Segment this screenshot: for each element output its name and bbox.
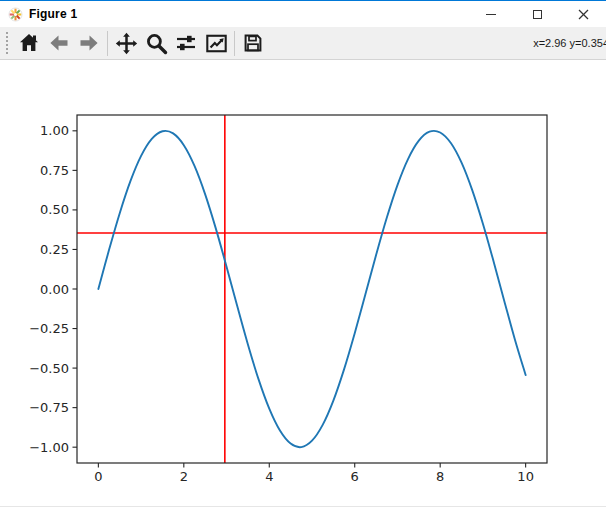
y-tick-label: 0.50	[40, 202, 69, 217]
back-button[interactable]	[44, 29, 74, 57]
save-button[interactable]	[238, 29, 268, 57]
arrow-left-icon	[48, 32, 70, 54]
maximize-button[interactable]	[514, 1, 560, 27]
x-tick-label: 8	[436, 469, 444, 484]
axes-spines	[77, 115, 547, 463]
arrow-right-icon	[78, 32, 100, 54]
toolbar-separator	[234, 31, 235, 56]
y-tick-label: 0.25	[40, 242, 69, 257]
x-tick-label: 0	[94, 469, 102, 484]
close-button[interactable]	[560, 1, 606, 27]
sliders-icon	[175, 32, 197, 54]
cursor-position-readout: x=2.96 y=0.354	[533, 27, 606, 59]
window-title: Figure 1	[29, 7, 77, 21]
y-tick-label: 1.00	[40, 123, 69, 138]
y-tick-label: −1.00	[29, 440, 69, 455]
navigation-toolbar: x=2.96 y=0.354	[0, 27, 606, 60]
y-tick-label: 0.75	[40, 163, 69, 178]
move-cross-icon	[115, 32, 138, 55]
toolbar-separator	[107, 31, 108, 56]
title-bar[interactable]: Figure 1	[0, 1, 606, 27]
y-tick-label: 0.00	[40, 282, 69, 297]
x-tick-label: 10	[517, 469, 534, 484]
forward-button[interactable]	[74, 29, 104, 57]
figure-canvas[interactable]: 02468101.000.750.500.250.00−0.25−0.50−0.…	[0, 60, 606, 506]
floppy-disk-icon	[242, 32, 264, 54]
x-tick-label: 2	[180, 469, 188, 484]
home-button[interactable]	[14, 29, 44, 57]
line-chart-box-icon	[205, 32, 228, 55]
edit-axes-button[interactable]	[201, 29, 231, 57]
y-tick-label: −0.75	[29, 400, 69, 415]
minimize-button[interactable]	[468, 1, 514, 27]
pan-button[interactable]	[111, 29, 141, 57]
close-icon	[578, 9, 589, 20]
matplotlib-logo-icon	[8, 7, 23, 22]
x-tick-label: 4	[265, 469, 273, 484]
y-tick-label: −0.25	[29, 321, 69, 336]
home-icon	[18, 32, 40, 54]
window-bottom-edge	[0, 506, 606, 507]
toolbar-grip[interactable]	[5, 31, 9, 55]
maximize-icon	[533, 10, 542, 19]
window-controls	[468, 1, 606, 27]
plot-svg[interactable]: 02468101.000.750.500.250.00−0.25−0.50−0.…	[0, 60, 606, 506]
minimize-icon	[486, 14, 496, 15]
magnifier-icon	[145, 32, 168, 55]
series-line-sin(x)	[98, 131, 525, 447]
figure-window: Figure 1	[0, 0, 606, 516]
configure-subplots-button[interactable]	[171, 29, 201, 57]
zoom-to-rect-button[interactable]	[141, 29, 171, 57]
x-tick-label: 6	[351, 469, 359, 484]
y-tick-label: −0.50	[29, 361, 69, 376]
